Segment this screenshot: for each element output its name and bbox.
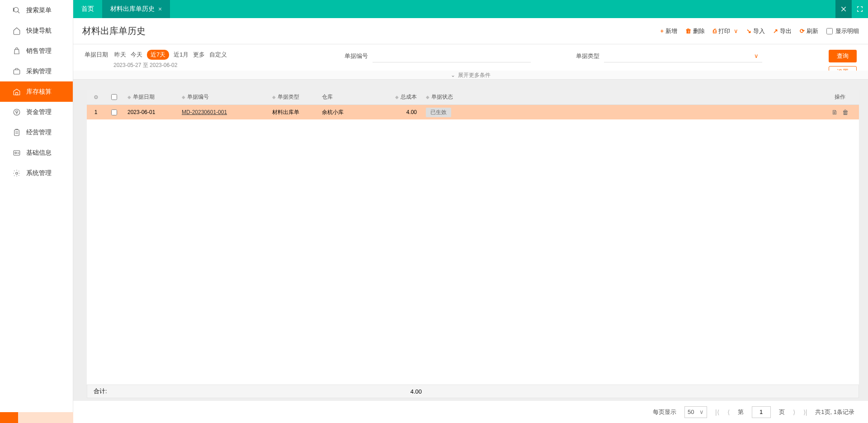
sort-icon: ◆ <box>272 95 276 100</box>
first-page-button[interactable]: |⟨ <box>715 409 719 416</box>
table-settings-cog[interactable]: ⚙ <box>87 90 105 105</box>
sort-icon: ◆ <box>127 95 131 100</box>
refresh-icon: ⟳ <box>800 28 805 34</box>
close-icon[interactable]: × <box>158 5 162 13</box>
delete-button[interactable]: 🗑删除 <box>685 27 705 35</box>
warehouse-icon <box>13 88 21 96</box>
tab-material-out-history[interactable]: 材料出库单历史 × <box>102 0 170 18</box>
sidebar-item-label: 采购管理 <box>26 67 52 76</box>
sidebar-item-system[interactable]: 系统管理 <box>0 163 73 183</box>
briefcase-icon <box>13 67 21 76</box>
page-label-suffix: 页 <box>779 408 785 416</box>
svg-rect-5 <box>14 70 20 74</box>
col-type[interactable]: ◆单据类型 <box>268 90 317 105</box>
page-header: 材料出库单历史 +新增 🗑删除 ⎙打印∨ ↘导入 ↗导出 ⟳刷新 显示明细 <box>73 18 868 44</box>
sidebar-item-finance[interactable]: 资金管理 <box>0 102 73 122</box>
table-row[interactable]: 1 2023-06-01 MD-20230601-001 材料出库单 余杭小库 … <box>87 105 859 119</box>
show-detail-checkbox[interactable]: 显示明细 <box>826 27 859 35</box>
sidebar-item-label: 经营管理 <box>26 128 52 137</box>
svg-point-10 <box>15 152 17 154</box>
summary-label: 合计: <box>87 387 110 395</box>
date-opt-today[interactable]: 今天 <box>131 51 142 59</box>
sidebar-bottom-bar <box>18 412 73 423</box>
sidebar-item-label: 系统管理 <box>26 169 52 177</box>
import-button[interactable]: ↘导入 <box>746 27 765 35</box>
sidebar-item-quicknav[interactable]: 快捷导航 <box>0 20 73 41</box>
svg-rect-6 <box>16 92 18 95</box>
date-opt-custom[interactable]: 自定义 <box>209 51 227 59</box>
next-page-button[interactable]: ⟩ <box>793 409 795 416</box>
delete-row-icon[interactable]: 🗑 <box>842 109 849 116</box>
expand-more-conditions[interactable]: ⌄展开更多条件 <box>73 71 868 80</box>
checkbox-input[interactable] <box>826 28 833 34</box>
date-opt-more[interactable]: 更多 <box>193 51 205 59</box>
sidebar-bottom <box>0 412 73 423</box>
sidebar-item-inventory[interactable]: 库存核算 <box>0 81 73 102</box>
coin-icon <box>13 108 21 116</box>
sidebar-item-label: 快捷导航 <box>26 27 52 35</box>
svg-point-0 <box>14 7 19 12</box>
svg-point-11 <box>16 172 18 174</box>
sidebar-item-sales[interactable]: 销售管理 <box>0 41 73 61</box>
cell-date: 2023-06-01 <box>123 105 177 119</box>
chevron-down-icon: ∨ <box>699 409 704 415</box>
sidebar-collapse-toggle[interactable] <box>0 412 18 423</box>
trash-icon: 🗑 <box>685 28 691 34</box>
select-all-checkbox[interactable] <box>105 90 123 105</box>
last-page-button[interactable]: ⟩| <box>803 409 807 416</box>
filter-doctype-label: 单据类型 <box>576 52 599 60</box>
doc-no-input[interactable] <box>373 50 531 62</box>
date-opt-7days[interactable]: 近7天 <box>147 50 169 60</box>
sort-icon: ◆ <box>426 95 429 100</box>
print-button[interactable]: ⎙打印∨ <box>713 27 738 35</box>
home-icon <box>13 27 21 35</box>
tab-home[interactable]: 首页 <box>73 0 102 18</box>
row-checkbox[interactable] <box>105 105 123 119</box>
summary-row: 合计: 4.00 <box>87 385 859 398</box>
chevron-down-icon: ∨ <box>754 52 759 59</box>
page-size-label: 每页显示 <box>653 408 676 416</box>
refresh-button[interactable]: ⟳刷新 <box>800 27 818 35</box>
filter-docno-group: 单据编号 <box>344 50 531 62</box>
sidebar-item-baseinfo[interactable]: 基础信息 <box>0 143 73 163</box>
col-warehouse[interactable]: 仓库 <box>317 90 376 105</box>
gear-icon <box>13 169 21 177</box>
id-icon <box>13 149 21 157</box>
col-no[interactable]: ◆单据编号 <box>177 90 268 105</box>
export-icon: ↗ <box>773 28 778 34</box>
col-op: 操作 <box>821 90 859 105</box>
page-size-select[interactable]: 50∨ <box>684 406 707 418</box>
doc-type-select[interactable]: ∨ <box>604 50 762 62</box>
col-status[interactable]: ◆单据状态 <box>421 90 498 105</box>
sidebar: 搜索菜单 快捷导航 销售管理 采购管理 库存核算 资金管理 经营管理 基础信息 … <box>0 0 73 423</box>
col-date[interactable]: ◆单据日期 <box>123 90 177 105</box>
export-button[interactable]: ↗导出 <box>773 27 792 35</box>
import-icon: ↘ <box>746 28 751 34</box>
prev-page-button[interactable]: ⟨ <box>727 409 730 416</box>
view-icon[interactable]: 🗎 <box>831 109 838 116</box>
cell-cost: 4.00 <box>376 105 421 119</box>
sidebar-item-business[interactable]: 经营管理 <box>0 122 73 143</box>
chevron-down-icon: ⌄ <box>451 72 455 78</box>
date-opt-yesterday[interactable]: 昨天 <box>114 51 126 59</box>
sidebar-item-purchase[interactable]: 采购管理 <box>0 61 73 81</box>
query-button[interactable]: 查询 <box>829 50 857 62</box>
close-tab-button[interactable] <box>835 0 852 18</box>
print-icon: ⎙ <box>713 28 717 34</box>
pagination: 每页显示 50∨ |⟨ ⟨ 第 页 ⟩ ⟩| 共1页, 1条记录 <box>73 400 868 423</box>
plus-icon: + <box>660 28 664 34</box>
date-opt-1month[interactable]: 近1月 <box>174 51 189 59</box>
fullscreen-button[interactable] <box>852 0 868 18</box>
cell-doc-no: MD-20230601-001 <box>177 105 268 119</box>
col-cost[interactable]: ◆总成本 <box>376 90 421 105</box>
pagination-summary: 共1页, 1条记录 <box>815 408 854 416</box>
add-button[interactable]: +新增 <box>660 27 677 35</box>
sidebar-item-search[interactable]: 搜索菜单 <box>0 0 73 20</box>
sidebar-item-label: 资金管理 <box>26 108 52 116</box>
fullscreen-icon <box>856 5 863 13</box>
svg-rect-8 <box>14 130 19 136</box>
doc-no-link[interactable]: MD-20230601-001 <box>182 109 227 115</box>
svg-point-7 <box>14 109 20 115</box>
page-input[interactable] <box>752 406 771 418</box>
clipboard-icon <box>13 128 21 137</box>
